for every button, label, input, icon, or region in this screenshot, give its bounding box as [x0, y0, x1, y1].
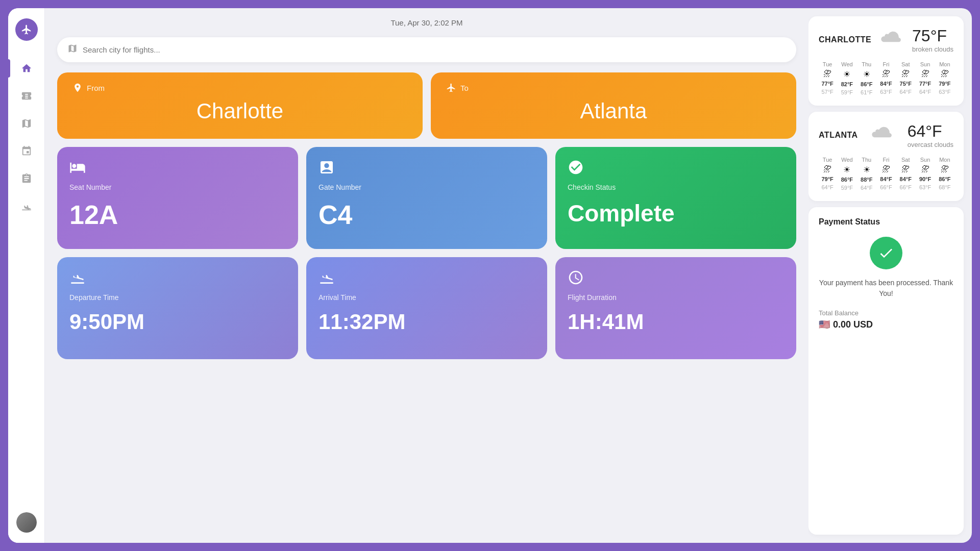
arrival-value: 11:32PM [318, 310, 535, 334]
charlotte-temp-block: 75°F broken clouds [912, 27, 953, 53]
sidebar-item-flights[interactable] [14, 194, 39, 218]
payment-balance-value: 🇺🇸 0.00 USD [819, 319, 953, 330]
weather-day-item: Mon⛈86°F68°F [936, 157, 953, 191]
departure-icon [69, 269, 286, 289]
to-label: To [446, 83, 781, 93]
seat-value: 12A [69, 199, 286, 230]
atlanta-weather-header: ATLANTA 64°F overcast clouds [819, 122, 953, 148]
charlotte-weather-card: CHARLOTTE 75°F broken clouds Tue⛈77°F57°… [808, 16, 964, 106]
arrival-icon [318, 269, 535, 289]
departure-label: Departure Time [69, 293, 286, 302]
weather-day-item: Fri⛈84°F63°F [877, 61, 895, 95]
to-city: Atlanta [446, 99, 781, 123]
duration-value: 1H:41M [568, 310, 784, 334]
charlotte-weather-header: CHARLOTTE 75°F broken clouds [819, 27, 953, 53]
charlotte-temp: 75°F [912, 27, 953, 45]
weather-day-item: Thu☀86°F61°F [858, 61, 875, 95]
departure-card: Departure Time 9:50PM [57, 257, 298, 359]
weather-day-item: Wed☀86°F59°F [838, 157, 855, 191]
route-row: From Charlotte To Atlanta [57, 72, 796, 139]
weather-day-item: Sat⛈84°F66°F [897, 157, 914, 191]
payment-check-icon [870, 237, 902, 269]
info-row-2: Departure Time 9:50PM Arrival Time 11:32… [57, 257, 796, 359]
atlanta-temp-block: 64°F overcast clouds [908, 122, 953, 148]
weather-day-item: Fri⛈84°F66°F [877, 157, 895, 191]
gate-card: Gate Number C4 [306, 147, 547, 249]
dashboard-grid: From Charlotte To Atlanta [57, 72, 796, 533]
sidebar-item-map[interactable] [14, 111, 39, 136]
header: Tue, Apr 30, 2:02 PM [57, 18, 796, 27]
duration-label: Flight Durration [568, 293, 784, 302]
header-datetime: Tue, Apr 30, 2:02 PM [57, 18, 796, 27]
payment-card: Payment Status Your payment has been pro… [808, 207, 964, 535]
app-container: Tue, Apr 30, 2:02 PM F [8, 8, 972, 543]
app-logo[interactable] [15, 18, 38, 41]
departure-value: 9:50PM [69, 310, 286, 334]
weather-day-item: Thu☀88°F64°F [858, 157, 875, 191]
sidebar-item-tickets[interactable] [14, 84, 39, 108]
atlanta-weather-card: ATLANTA 64°F overcast clouds Tue⛈79°F64°… [808, 112, 964, 201]
weather-day-item: Tue⛈77°F57°F [819, 61, 836, 95]
checkin-value: Complete [568, 199, 784, 227]
gate-label: Gate Number [318, 183, 535, 191]
seat-icon [69, 159, 286, 179]
duration-card: Flight Durration 1H:41M [555, 257, 796, 359]
sidebar [8, 8, 45, 543]
payment-message: Your payment has been processed. Thank Y… [819, 278, 953, 299]
sidebar-item-home[interactable] [14, 56, 39, 81]
weather-day-item: Sun⛈90°F63°F [916, 157, 934, 191]
from-card[interactable]: From Charlotte [57, 72, 423, 139]
atlanta-temp: 64°F [908, 122, 953, 141]
weather-day-item: Tue⛈79°F64°F [819, 157, 836, 191]
atlanta-desc: overcast clouds [908, 141, 953, 148]
arrival-card: Arrival Time 11:32PM [306, 257, 547, 359]
flag-icon: 🇺🇸 [819, 319, 830, 330]
gate-value: C4 [318, 199, 535, 230]
weather-day-item: Sat⛈75°F64°F [897, 61, 914, 95]
charlotte-cloud-icon [880, 29, 903, 51]
from-city: Charlotte [72, 99, 407, 123]
user-avatar[interactable] [16, 512, 37, 533]
duration-icon [568, 269, 784, 289]
search-icon [67, 43, 78, 56]
sidebar-item-clipboard[interactable] [14, 166, 39, 191]
main-content: Tue, Apr 30, 2:02 PM F [45, 8, 808, 543]
arrival-label: Arrival Time [318, 293, 535, 302]
charlotte-desc: broken clouds [912, 45, 953, 53]
charlotte-city-name: CHARLOTTE [819, 35, 871, 44]
gate-icon [318, 159, 535, 179]
search-bar [57, 37, 796, 62]
weather-day-item: Mon⛈79°F63°F [936, 61, 953, 95]
atlanta-forecast: Tue⛈79°F64°FWed☀86°F59°FThu☀88°F64°FFri⛈… [819, 157, 953, 191]
weather-day-item: Sun⛈77°F64°F [916, 61, 934, 95]
info-row-1: Seat Number 12A Gate Number C4 [57, 147, 796, 249]
weather-day-item: Wed☀82°F59°F [838, 61, 855, 95]
checkin-icon [568, 159, 784, 179]
to-card[interactable]: To Atlanta [431, 72, 796, 139]
checkin-card: Checkin Status Complete [555, 147, 796, 249]
seat-label: Seat Number [69, 183, 286, 191]
atlanta-cloud-icon [871, 124, 894, 146]
search-input[interactable] [83, 45, 786, 54]
payment-balance-label: Total Balance [819, 309, 953, 317]
from-label: From [72, 83, 407, 93]
sidebar-nav [8, 56, 44, 512]
checkin-label: Checkin Status [568, 183, 784, 191]
sidebar-item-calendar[interactable] [14, 139, 39, 163]
atlanta-city-name: ATLANTA [819, 131, 858, 140]
right-panel: CHARLOTTE 75°F broken clouds Tue⛈77°F57°… [808, 8, 972, 543]
payment-title: Payment Status [819, 217, 953, 227]
charlotte-forecast: Tue⛈77°F57°FWed☀82°F59°FThu☀86°F61°FFri⛈… [819, 61, 953, 95]
seat-card: Seat Number 12A [57, 147, 298, 249]
